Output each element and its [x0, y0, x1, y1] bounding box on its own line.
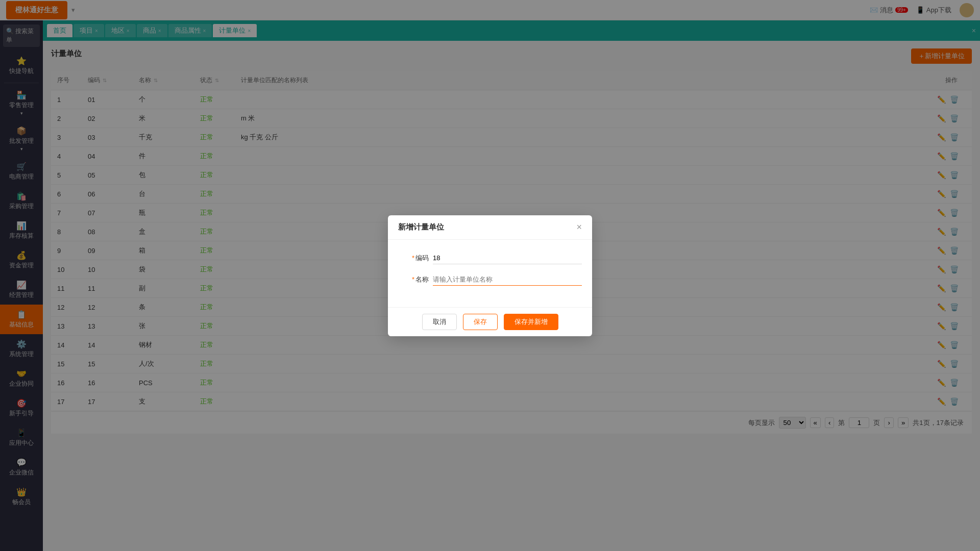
form-required-name: *: [412, 276, 414, 283]
modal-body: *编码 *名称: [388, 240, 592, 307]
form-label-code: *编码: [398, 254, 429, 263]
form-label-name: *名称: [398, 275, 429, 284]
modal-footer: 取消 保存 保存并新增: [388, 307, 592, 336]
code-input[interactable]: [433, 252, 582, 264]
form-row-code: *编码: [398, 252, 582, 264]
save-btn[interactable]: 保存: [463, 314, 498, 330]
form-required-code: *: [412, 254, 414, 262]
add-unit-modal: 新增计量单位 × *编码 *名称 取消 保存 保存并新增: [388, 215, 592, 336]
form-row-name: *名称: [398, 273, 582, 286]
modal-header: 新增计量单位 ×: [388, 215, 592, 240]
modal-title: 新增计量单位: [398, 222, 444, 232]
cancel-btn[interactable]: 取消: [422, 314, 457, 330]
modal-overlay: 新增计量单位 × *编码 *名称 取消 保存 保存并新增: [0, 0, 980, 551]
save-and-new-btn[interactable]: 保存并新增: [504, 314, 558, 330]
modal-close-btn[interactable]: ×: [576, 222, 582, 232]
name-input[interactable]: [433, 273, 582, 286]
